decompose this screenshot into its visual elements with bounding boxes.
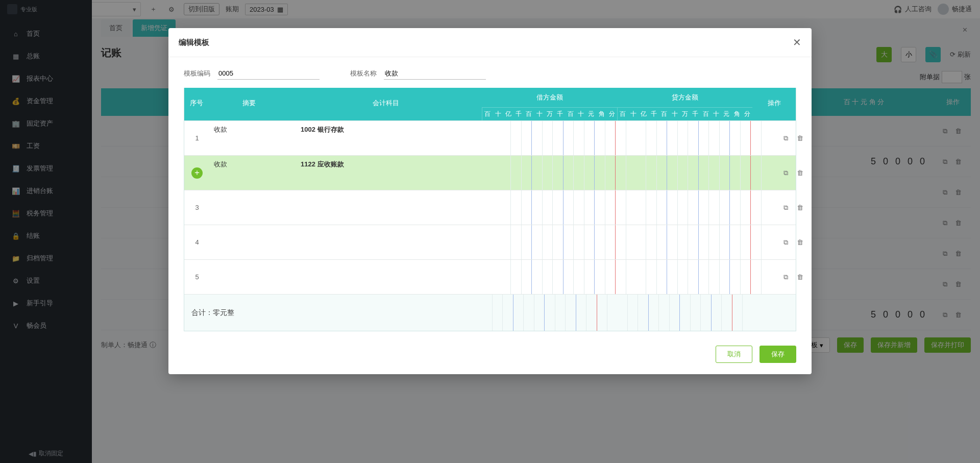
unit-label: 十 (711, 108, 721, 120)
row-index: 5 (195, 273, 199, 281)
delete-row-icon[interactable]: 🗑 (797, 169, 805, 177)
unit-label: 十 (576, 108, 586, 120)
credit-cell[interactable] (636, 260, 771, 294)
delete-row-icon[interactable]: 🗑 (797, 273, 805, 281)
credit-cell[interactable] (636, 190, 771, 225)
debit-cell[interactable] (501, 190, 636, 225)
template-code-label: 模板编码 (184, 69, 210, 78)
grid-row[interactable]: 2＋ 收款 1122 应收账款 ⧉ 🗑 (184, 155, 796, 190)
delete-row-icon[interactable]: 🗑 (797, 134, 805, 142)
debit-cell[interactable] (501, 156, 636, 190)
unit-label: 亿 (639, 108, 649, 120)
summary-cell[interactable] (210, 190, 297, 225)
col-credit: 贷方金额 (617, 88, 752, 107)
copy-row-icon[interactable]: ⧉ (783, 204, 792, 212)
row-index: 1 (195, 134, 199, 142)
unit-label: 元 (721, 108, 731, 120)
summary-cell[interactable] (210, 260, 297, 294)
grid-row[interactable]: 3＋ ⧉ 🗑 (184, 190, 796, 225)
account-cell[interactable]: 1122 应收账款 (297, 156, 501, 190)
copy-row-icon[interactable]: ⧉ (783, 273, 792, 281)
unit-label: 千 (555, 108, 565, 120)
credit-cell[interactable] (636, 156, 771, 190)
col-debit: 借方金额 (482, 88, 617, 107)
delete-row-icon[interactable]: 🗑 (797, 204, 805, 212)
unit-label: 元 (586, 108, 596, 120)
unit-label: 十 (493, 108, 503, 120)
col-summary: 摘要 (208, 88, 290, 118)
unit-label: 分 (607, 108, 617, 120)
total-label: 合计：零元整 (184, 308, 482, 318)
row-index: 3 (195, 204, 199, 211)
close-icon[interactable]: ✕ (793, 36, 801, 48)
grid-total-row: 合计：零元整 (184, 294, 796, 331)
unit-label: 十 (534, 108, 545, 120)
unit-label: 百 (566, 108, 576, 120)
credit-cell[interactable] (636, 225, 771, 259)
unit-label: 亿 (503, 108, 513, 120)
copy-row-icon[interactable]: ⧉ (783, 134, 792, 142)
template-name-input[interactable] (384, 67, 486, 80)
unit-label: 千 (513, 108, 524, 120)
copy-row-icon[interactable]: ⧉ (783, 169, 792, 177)
col-ops: 操作 (752, 88, 796, 118)
credit-cell[interactable] (636, 121, 771, 155)
debit-cell[interactable] (501, 225, 636, 259)
account-cell[interactable] (297, 260, 501, 294)
row-index: 4 (195, 238, 199, 246)
unit-label: 百 (524, 108, 534, 120)
template-grid: 序号 摘要 会计科目 借方金额 贷方金额 百十亿千百十万千百十元角分百十亿千百十… (184, 88, 796, 331)
unit-label: 百 (618, 108, 628, 120)
grid-row[interactable]: 4＋ ⧉ 🗑 (184, 225, 796, 259)
unit-label: 十 (628, 108, 638, 120)
col-account: 会计科目 (290, 88, 482, 118)
unit-label: 百 (482, 108, 493, 120)
col-idx: 序号 (184, 88, 208, 118)
unit-label: 千 (690, 108, 700, 120)
edit-template-modal: 编辑模板 ✕ 模板编码 模板名称 序号 摘要 会计科目 借方金额 贷方金额 (168, 28, 812, 374)
account-cell[interactable] (297, 225, 501, 259)
summary-cell[interactable]: 收款 (210, 121, 297, 155)
account-cell[interactable]: 1002 银行存款 (297, 121, 501, 155)
unit-label: 百 (659, 108, 669, 120)
modal-title: 编辑模板 (179, 38, 209, 47)
debit-cell[interactable] (501, 121, 636, 155)
copy-row-icon[interactable]: ⧉ (783, 238, 792, 247)
summary-cell[interactable]: 收款 (210, 156, 297, 190)
template-name-label: 模板名称 (350, 69, 377, 78)
unit-label: 万 (545, 108, 555, 120)
cancel-button[interactable]: 取消 (716, 346, 752, 363)
unit-label: 角 (597, 108, 607, 120)
debit-cell[interactable] (501, 260, 636, 294)
delete-row-icon[interactable]: 🗑 (797, 238, 805, 247)
unit-label: 万 (680, 108, 690, 120)
save-template-button[interactable]: 保存 (760, 346, 796, 363)
unit-label: 角 (732, 108, 742, 120)
unit-label: 千 (649, 108, 659, 120)
add-row-button[interactable]: ＋ (191, 167, 203, 179)
summary-cell[interactable] (210, 225, 297, 259)
unit-label: 百 (701, 108, 711, 120)
account-cell[interactable] (297, 190, 501, 225)
unit-label: 分 (742, 108, 752, 120)
template-code-input[interactable] (217, 67, 320, 80)
unit-label: 十 (670, 108, 680, 120)
grid-row[interactable]: 1＋ 收款 1002 银行存款 ⧉ 🗑 (184, 120, 796, 155)
grid-row[interactable]: 5＋ ⧉ 🗑 (184, 259, 796, 294)
